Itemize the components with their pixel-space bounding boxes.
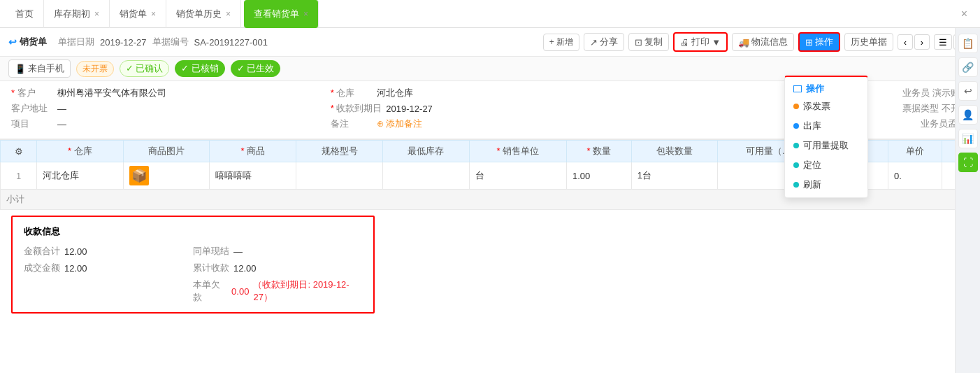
same-order-label: 同单现结 — [193, 245, 229, 258]
tab-sales-label: 销货单 — [120, 8, 147, 20]
history-button[interactable]: 历史单据 — [844, 33, 893, 51]
cumulative-row: 累计收款 12.00 — [193, 262, 362, 274]
locate-item[interactable]: 定位 — [785, 155, 867, 175]
sidebar-icon-6[interactable]: ⛶ — [958, 153, 978, 172]
tab-bar: 首页 库存期初 × 销货单 × 销货单历史 × 查看销货单 × × — [0, 0, 980, 28]
from-phone-btn[interactable]: 📱 来自手机 — [8, 59, 71, 78]
phone-icon: 📱 — [15, 64, 26, 74]
col-gear: ⚙ — [1, 141, 37, 162]
customer-label: 客户 — [11, 87, 53, 99]
col-img: 商品图片 — [123, 141, 210, 162]
arrears-value: 0.00 — [231, 286, 249, 297]
deal-amount-value: 12.00 — [64, 263, 87, 274]
tab-view-sales-label: 查看销货单 — [254, 8, 299, 20]
date-label: 单据日期 — [58, 36, 94, 48]
sidebar-icon-5[interactable]: 📊 — [958, 129, 978, 148]
payment-title: 收款信息 — [24, 225, 362, 238]
doc-actions: + 新增 ↗ 分享 ⊡ 复制 🖨 打印 ▼ 🚚 物流信息 ⊞ 操作 — [543, 32, 972, 52]
sidebar-icon-2[interactable]: 🔗 — [958, 57, 978, 77]
payment-date-field: 收款到期日 2019-12-27 — [331, 102, 650, 115]
warehouse-value: 河北仓库 — [377, 87, 413, 99]
add-remark-btn[interactable]: ⊕ 添加备注 — [377, 118, 423, 130]
col-min-stock: 最低库存 — [382, 141, 469, 162]
tab-sales-close[interactable]: × — [151, 9, 156, 19]
logistics-button[interactable]: 🚚 物流信息 — [732, 33, 794, 51]
row-min-stock — [382, 162, 469, 190]
out-warehouse-item[interactable]: 出库 — [785, 116, 867, 136]
arrears-row: 本单欠款 0.00 （收款到期日: 2019-12-27） — [193, 279, 362, 304]
doc-header: ↩ 销货单 单据日期 2019-12-27 单据编号 SA-20191227-0… — [0, 28, 980, 57]
from-phone-label: 来自手机 — [28, 62, 64, 75]
confirm-icon: ✓ — [126, 63, 134, 73]
sidebar-icon-1[interactable]: 📋 — [958, 34, 978, 53]
print-label: 打印 — [691, 36, 709, 48]
reviewed-label: 已核销 — [192, 63, 219, 73]
tab-inventory[interactable]: 库存期初 × — [44, 0, 110, 28]
tab-home[interactable]: 首页 — [6, 0, 44, 28]
tab-inventory-close[interactable]: × — [94, 9, 99, 19]
sidebar-icon-3[interactable]: ↩ — [958, 81, 978, 101]
add-icon: ⊕ — [377, 118, 384, 129]
number-label: 单据编号 — [152, 36, 189, 48]
col-pkg-qty: 包装数量 — [631, 141, 718, 162]
effective-badge[interactable]: ✓ 已生效 — [231, 60, 280, 77]
new-button[interactable]: + 新增 — [543, 34, 579, 51]
nav-arrows: ‹ › — [898, 34, 930, 50]
share-button[interactable]: ↗ 分享 — [584, 33, 624, 51]
col-warehouse: 仓库 — [37, 141, 124, 162]
locate-label: 定位 — [803, 159, 821, 171]
tab-sales[interactable]: 销货单 × — [110, 0, 166, 28]
tab-sales-history-close[interactable]: × — [226, 9, 231, 19]
add-invoice-dot — [793, 104, 799, 109]
payment-section: 收款信息 金额合计 12.00 同单现结 — 成交金额 12.00 累计收款 1… — [11, 216, 375, 314]
add-invoice-item[interactable]: 添发票 — [785, 97, 867, 116]
available-qty-item[interactable]: 可用量提取 — [785, 136, 867, 155]
payment-rows: 金额合计 12.00 同单现结 — 成交金额 12.00 累计收款 12.00 … — [24, 245, 362, 304]
same-order-row: 同单现结 — — [193, 245, 362, 258]
confirm-badge[interactable]: ✓ 已确认 — [120, 60, 169, 77]
address-value: — — [57, 104, 66, 114]
remark-label: 备注 — [331, 118, 373, 130]
global-close-icon[interactable]: × — [954, 8, 974, 20]
deal-amount-label: 成交金额 — [24, 262, 60, 274]
warehouse-field: 仓库 河北仓库 — [331, 87, 650, 99]
history-label: 历史单据 — [851, 36, 887, 48]
list-view-btn[interactable]: ☰ — [934, 34, 952, 50]
print-button[interactable]: 🖨 打印 ▼ — [673, 32, 728, 52]
tab-view-sales[interactable]: 查看销货单 × — [244, 0, 319, 28]
out-warehouse-dot — [793, 123, 799, 129]
logistics-label: 物流信息 — [751, 36, 788, 48]
refresh-label: 刷新 — [803, 178, 821, 191]
refresh-dot — [793, 182, 799, 188]
right-sidebar: 📋 🔗 ↩ 👤 📊 ⛶ — [955, 28, 980, 373]
col-unit: 销售单位 — [469, 141, 566, 162]
tab-inventory-label: 库存期初 — [54, 8, 90, 20]
refresh-item[interactable]: 刷新 — [785, 175, 867, 195]
date-value: 2019-12-27 — [100, 37, 147, 48]
operate-icon: ⊞ — [805, 37, 813, 48]
operate-button[interactable]: ⊞ 操作 — [798, 32, 840, 52]
doc-icon: ↩ — [8, 36, 17, 48]
col-price: 单价 — [888, 141, 942, 162]
col-product: 商品 — [210, 141, 296, 162]
sidebar-icon-4[interactable]: 👤 — [958, 105, 978, 125]
col-spec: 规格型号 — [296, 141, 383, 162]
print-icon: 🖨 — [680, 37, 689, 48]
copy-icon: ⊡ — [635, 37, 642, 48]
same-order-value: — — [233, 246, 243, 257]
menu-icon-rect — [793, 85, 802, 92]
customer-field: 客户 柳州粤港平安气体有限公司 — [11, 87, 331, 99]
prev-arrow[interactable]: ‹ — [898, 34, 913, 50]
next-arrow[interactable]: › — [914, 34, 930, 50]
tab-sales-history[interactable]: 销货单历史 × — [166, 0, 241, 28]
not-open-badge[interactable]: 未开票 — [76, 61, 114, 77]
doc-title-area: ↩ 销货单 — [8, 36, 47, 48]
tab-view-sales-close[interactable]: × — [303, 9, 308, 19]
row-warehouse: 河北仓库 — [37, 162, 124, 190]
row-unit: 台 — [469, 162, 566, 190]
row-img: 📦 — [123, 162, 210, 190]
tab-sales-history-label: 销货单历史 — [176, 8, 222, 20]
reviewed-badge[interactable]: ✓ 已核销 — [175, 60, 224, 77]
doc-meta: 单据日期 2019-12-27 单据编号 SA-20191227-001 — [58, 36, 268, 48]
copy-button[interactable]: ⊡ 复制 — [628, 33, 669, 51]
